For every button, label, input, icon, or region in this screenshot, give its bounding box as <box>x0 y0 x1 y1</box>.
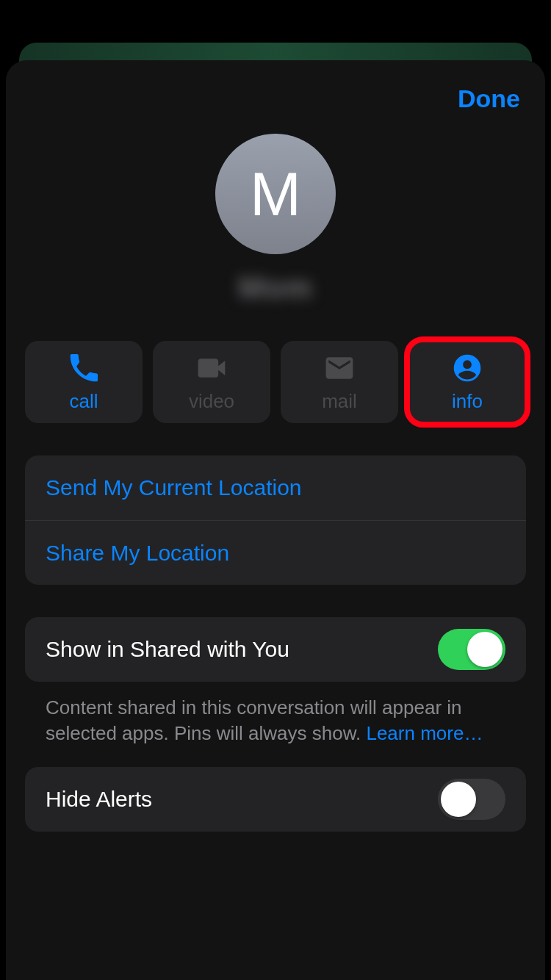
avatar[interactable]: M <box>215 134 336 254</box>
done-button[interactable]: Done <box>458 84 526 113</box>
video-label: video <box>189 390 234 413</box>
call-button[interactable]: call <box>25 341 143 423</box>
share-location-row[interactable]: Share My Location <box>25 520 526 585</box>
video-icon <box>195 352 228 384</box>
mail-button[interactable]: mail <box>281 341 398 423</box>
shared-with-you-row: Show in Shared with You <box>25 617 526 682</box>
learn-more-link[interactable]: Learn more… <box>366 722 483 744</box>
hide-alerts-group: Hide Alerts <box>25 767 526 832</box>
info-label: info <box>452 390 483 413</box>
profile-header: M Mom <box>25 134 526 306</box>
action-button-row: call video mail info <box>25 341 526 423</box>
contact-details-sheet: Done M Mom call video mail <box>6 60 545 980</box>
info-button[interactable]: info <box>408 341 526 423</box>
hide-alerts-toggle[interactable] <box>438 779 505 820</box>
shared-with-you-toggle[interactable] <box>438 629 505 670</box>
hide-alerts-label: Hide Alerts <box>46 787 152 812</box>
send-location-label: Send My Current Location <box>46 475 302 500</box>
contact-name: Mom <box>239 270 313 306</box>
video-button[interactable]: video <box>153 341 270 423</box>
shared-with-you-footer: Content shared in this conversation will… <box>25 695 526 746</box>
person-icon <box>451 352 483 384</box>
shared-with-you-label: Show in Shared with You <box>46 637 289 662</box>
avatar-initial: M <box>250 159 301 230</box>
mail-icon <box>323 352 356 384</box>
call-label: call <box>69 390 98 413</box>
hide-alerts-row: Hide Alerts <box>25 767 526 832</box>
location-group: Send My Current Location Share My Locati… <box>25 455 526 585</box>
nav-bar: Done <box>25 76 526 120</box>
send-location-row[interactable]: Send My Current Location <box>25 455 526 520</box>
share-location-label: Share My Location <box>46 541 229 566</box>
phone-icon <box>68 352 100 384</box>
shared-with-you-group: Show in Shared with You <box>25 617 526 682</box>
mail-label: mail <box>322 390 357 413</box>
